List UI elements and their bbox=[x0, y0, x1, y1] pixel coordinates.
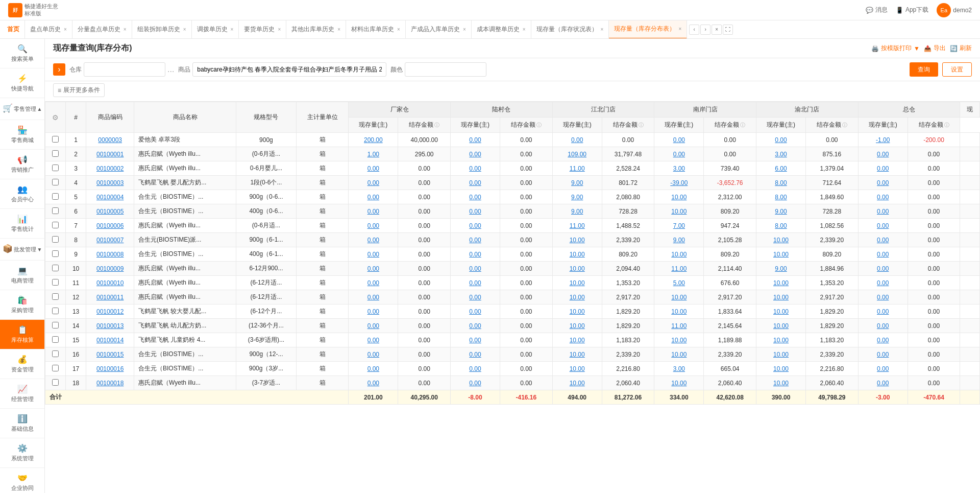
th-gear[interactable]: ⚙ bbox=[45, 102, 66, 133]
td-total-stock[interactable]: 0.00 bbox=[858, 233, 908, 247]
setting-button[interactable]: 设置 bbox=[942, 62, 972, 77]
td-w1-stock[interactable]: 200.00 bbox=[349, 133, 398, 147]
td-code[interactable]: 00100006 bbox=[86, 219, 134, 233]
sidebar-item-retail-mgmt[interactable]: 🛒 零售管理 ▲ bbox=[0, 98, 44, 120]
tab-9[interactable]: 成本调整单历史 × bbox=[472, 20, 531, 39]
sidebar-item-purchase[interactable]: 🛍️ 采购管理 bbox=[0, 290, 44, 320]
td-w1-stock[interactable]: 0.00 bbox=[349, 204, 398, 219]
td-code[interactable]: 00100002 bbox=[86, 161, 134, 176]
td-w5-stock[interactable]: 10.00 bbox=[756, 290, 805, 304]
td-code[interactable]: 00100009 bbox=[86, 262, 134, 276]
warehouse-input[interactable] bbox=[84, 62, 165, 77]
td-code[interactable]: 0000003 bbox=[86, 133, 134, 147]
sidebar-item-wholesale[interactable]: 📦 批发管理 ▼ bbox=[0, 239, 44, 261]
td-w5-stock[interactable]: 6.00 bbox=[756, 161, 805, 176]
td-total-stock[interactable]: 0.00 bbox=[858, 290, 908, 304]
td-w5-stock[interactable]: 10.00 bbox=[756, 233, 805, 247]
td-code[interactable]: 00100008 bbox=[86, 247, 134, 262]
nav-expand[interactable]: ⛶ bbox=[723, 25, 733, 35]
td-w2-stock[interactable]: 0.00 bbox=[450, 176, 500, 190]
td-w5-stock[interactable]: 10.00 bbox=[756, 247, 805, 262]
td-code[interactable]: 00100012 bbox=[86, 304, 134, 319]
tab-home[interactable]: 首页 bbox=[2, 20, 25, 39]
td-w5-stock[interactable]: 3.00 bbox=[756, 147, 805, 161]
print-btn[interactable]: 🖨️ 按模版打印 ▼ bbox=[871, 44, 920, 53]
td-w1-stock[interactable]: 1.00 bbox=[349, 147, 398, 161]
tab-11[interactable]: 现存量（库存分布表）× bbox=[609, 20, 687, 39]
td-total-stock[interactable]: 0.00 bbox=[858, 262, 908, 276]
td-w3-stock[interactable]: 11.00 bbox=[552, 219, 602, 233]
td-check[interactable] bbox=[45, 176, 66, 190]
close-icon[interactable]: × bbox=[678, 26, 681, 32]
td-total-stock[interactable]: 0.00 bbox=[858, 347, 908, 362]
td-w5-stock[interactable]: 10.00 bbox=[756, 347, 805, 362]
close-icon[interactable]: × bbox=[463, 27, 466, 32]
color-input[interactable] bbox=[405, 62, 486, 77]
close-icon[interactable]: × bbox=[64, 27, 67, 32]
td-w3-stock[interactable]: 10.00 bbox=[552, 233, 602, 247]
td-w2-stock[interactable]: 0.00 bbox=[450, 161, 500, 176]
td-check[interactable] bbox=[45, 276, 66, 290]
td-code[interactable]: 00100011 bbox=[86, 290, 134, 304]
td-code[interactable]: 00100007 bbox=[86, 233, 134, 247]
td-w1-stock[interactable]: 0.00 bbox=[349, 333, 398, 347]
td-w5-stock[interactable]: 9.00 bbox=[756, 262, 805, 276]
td-w4-stock[interactable]: 10.00 bbox=[654, 347, 704, 362]
td-w4-stock[interactable]: 5.00 bbox=[654, 276, 704, 290]
td-w5-stock[interactable]: 9.00 bbox=[756, 204, 805, 219]
td-total-stock[interactable]: 0.00 bbox=[858, 304, 908, 319]
td-w3-stock[interactable]: 10.00 bbox=[552, 347, 602, 362]
td-w3-stock[interactable]: 9.00 bbox=[552, 176, 602, 190]
td-w4-stock[interactable]: 10.00 bbox=[654, 247, 704, 262]
close-icon[interactable]: × bbox=[278, 27, 281, 32]
td-check[interactable] bbox=[45, 161, 66, 176]
td-w5-stock[interactable]: 10.00 bbox=[756, 376, 805, 390]
td-total-stock[interactable]: 0.00 bbox=[858, 204, 908, 219]
td-check[interactable] bbox=[45, 362, 66, 376]
td-w1-stock[interactable]: 0.00 bbox=[349, 304, 398, 319]
sidebar-item-shop[interactable]: 🏪 零售商城 bbox=[0, 120, 44, 150]
tab-5[interactable]: 要货单历史 × bbox=[239, 20, 286, 39]
nav-next[interactable]: › bbox=[700, 25, 710, 35]
td-w3-stock[interactable]: 10.00 bbox=[552, 333, 602, 347]
close-icon[interactable]: × bbox=[397, 27, 400, 32]
td-w1-stock[interactable]: 0.00 bbox=[349, 290, 398, 304]
td-check[interactable] bbox=[45, 147, 66, 161]
td-w4-stock[interactable]: 9.00 bbox=[654, 233, 704, 247]
td-w4-stock[interactable]: 10.00 bbox=[654, 204, 704, 219]
td-code[interactable]: 00100018 bbox=[86, 376, 134, 390]
td-w5-stock[interactable]: 10.00 bbox=[756, 333, 805, 347]
refresh-btn[interactable]: 🔄 刷新 bbox=[950, 44, 972, 53]
filter-toggle-btn[interactable]: › bbox=[53, 63, 65, 76]
td-w1-stock[interactable]: 0.00 bbox=[349, 190, 398, 204]
td-w3-stock[interactable]: 10.00 bbox=[552, 247, 602, 262]
td-w5-stock[interactable]: 8.00 bbox=[756, 176, 805, 190]
td-w2-stock[interactable]: 0.00 bbox=[450, 276, 500, 290]
td-check[interactable] bbox=[45, 233, 66, 247]
td-w2-stock[interactable]: 0.00 bbox=[450, 147, 500, 161]
td-w3-stock[interactable]: 9.00 bbox=[552, 204, 602, 219]
td-code[interactable]: 00100014 bbox=[86, 333, 134, 347]
td-w4-stock[interactable]: 10.00 bbox=[654, 190, 704, 204]
td-w3-stock[interactable]: 11.00 bbox=[552, 161, 602, 176]
td-check[interactable] bbox=[45, 290, 66, 304]
td-code[interactable]: 00100015 bbox=[86, 347, 134, 362]
td-total-stock[interactable]: 0.00 bbox=[858, 333, 908, 347]
td-w3-stock[interactable]: 10.00 bbox=[552, 262, 602, 276]
td-w2-stock[interactable]: 0.00 bbox=[450, 333, 500, 347]
td-total-stock[interactable]: 0.00 bbox=[858, 319, 908, 333]
sidebar-item-nav[interactable]: ⚡ 快捷导航 bbox=[0, 68, 44, 98]
td-total-stock[interactable]: 0.00 bbox=[858, 362, 908, 376]
td-code[interactable]: 00100010 bbox=[86, 276, 134, 290]
td-w4-stock[interactable]: 0.00 bbox=[654, 147, 704, 161]
td-total-stock[interactable]: 0.00 bbox=[858, 376, 908, 390]
td-w2-stock[interactable]: 0.00 bbox=[450, 304, 500, 319]
td-w1-stock[interactable]: 0.00 bbox=[349, 247, 398, 262]
expand-conditions-btn[interactable]: ≡ 展开更多条件 bbox=[53, 83, 105, 97]
td-w2-stock[interactable]: 0.00 bbox=[450, 204, 500, 219]
td-check[interactable] bbox=[45, 247, 66, 262]
close-icon[interactable]: × bbox=[337, 27, 340, 32]
td-w3-stock[interactable]: 109.00 bbox=[552, 147, 602, 161]
sidebar-item-ecommerce[interactable]: 💻 电商管理 bbox=[0, 261, 44, 290]
td-check[interactable] bbox=[45, 190, 66, 204]
